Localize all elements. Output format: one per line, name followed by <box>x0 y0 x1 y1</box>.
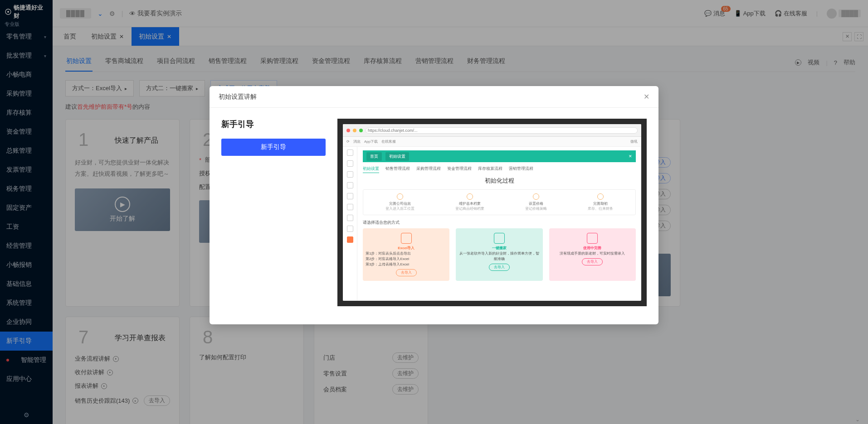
modal-overlay[interactable]: 初始设置讲解 ✕ 新手引导 新手引导 https://cloud.chanjet… <box>0 0 868 424</box>
screenshot-preview: https://cloud.chanjet.com/... ⟳消息App下载在线… <box>343 124 641 301</box>
modal-heading: 新手引导 <box>221 119 326 130</box>
close-icon[interactable]: ✕ <box>644 92 649 101</box>
video-preview[interactable]: https://cloud.chanjet.com/... ⟳消息App下载在线… <box>337 119 647 306</box>
modal-title: 初始设置讲解 <box>219 93 257 101</box>
tutorial-modal: 初始设置讲解 ✕ 新手引导 新手引导 https://cloud.chanjet… <box>210 86 658 324</box>
guide-button[interactable]: 新手引导 <box>221 139 326 156</box>
